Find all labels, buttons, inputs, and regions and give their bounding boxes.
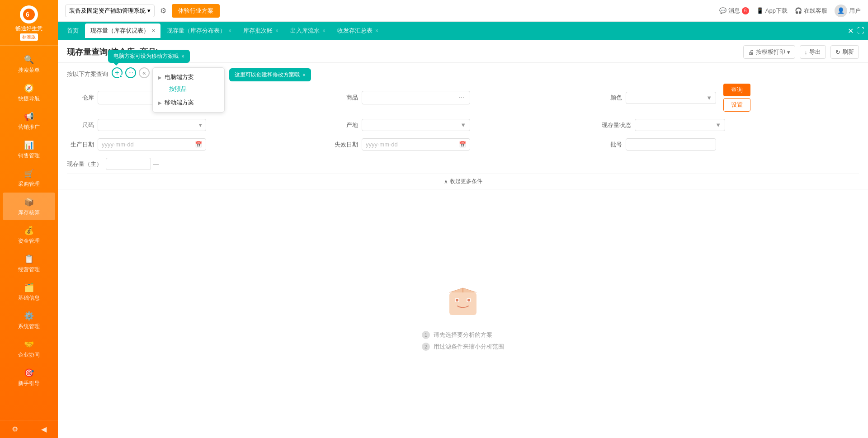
header-right: 💬 消息 6 📱 App下载 🎧 在线客服 👤 用户 xyxy=(719,5,861,17)
online-service-btn[interactable]: 🎧 在线客服 xyxy=(795,7,827,15)
tab-receive-dispatch[interactable]: 收发存汇总表 × xyxy=(332,24,384,38)
industry-btn[interactable]: 体验行业方案 xyxy=(172,4,220,18)
settings-gear-btn[interactable]: ⚙ xyxy=(160,6,166,15)
dot-indicator xyxy=(119,75,123,78)
refresh-btn[interactable]: ↻ 刷新 xyxy=(830,45,859,59)
expiry-date-label: 失效日期 xyxy=(331,141,358,149)
online-service-label: 在线客服 xyxy=(804,7,827,15)
search-btn[interactable]: 查询 xyxy=(723,84,750,96)
logo-icon: 6 xyxy=(20,5,38,24)
sidebar-item-purchase[interactable]: 🛒 采购管理 xyxy=(3,164,55,192)
batch-label: 批号 xyxy=(595,141,622,149)
tab-close-icon[interactable]: × xyxy=(322,28,326,34)
production-date-field: 生产日期 yyyy-mm-dd 📅 xyxy=(67,138,331,151)
tab-inventory-distribution[interactable]: 现存量（库存分布表） × xyxy=(161,24,237,38)
product-field: 商品 ··· xyxy=(331,84,595,112)
tab-close-icon[interactable]: × xyxy=(375,28,378,34)
stock-status-chevron-icon[interactable]: ▼ xyxy=(715,122,721,128)
guide-icon: 🧭 xyxy=(24,83,34,93)
tab-batch-ledger[interactable]: 库存批次账 × xyxy=(238,24,284,38)
color-select[interactable]: ▼ xyxy=(626,92,716,104)
reset-btn[interactable]: 设置 xyxy=(723,98,750,112)
sidebar-item-newbie[interactable]: 🎯 新手引导 xyxy=(3,363,55,391)
stock-status-select[interactable]: ▼ xyxy=(635,119,725,131)
export-btn[interactable]: ↓ 导出 xyxy=(800,45,826,59)
phone-icon: 📱 xyxy=(756,7,764,14)
origin-select[interactable]: ▼ xyxy=(362,119,470,131)
origin-chevron-icon[interactable]: ▼ xyxy=(460,122,466,128)
product-select[interactable]: ··· xyxy=(362,91,470,104)
tab-home[interactable]: 首页 xyxy=(61,24,84,38)
print-icon: 🖨 xyxy=(748,49,754,56)
collapse-sidebar-btn[interactable]: ◀ xyxy=(41,425,47,433)
tab-close-icon[interactable]: × xyxy=(152,28,155,34)
stock-status-field: 现存量状态 ▼ xyxy=(595,119,859,131)
batch-input[interactable] xyxy=(626,138,716,151)
system-name-select[interactable]: 装备及固定资产辅助管理系统 ▾ xyxy=(65,5,155,17)
print-btn[interactable]: 🖨 按模板打印 ▾ xyxy=(743,45,795,59)
mobile-scheme-group[interactable]: ▶ 移动端方案 xyxy=(153,97,224,108)
scheme-item-按照品[interactable]: 按照品 xyxy=(164,83,224,95)
notifications-btn[interactable]: 💬 消息 6 xyxy=(719,7,749,15)
sidebar-item-label: 系统管理 xyxy=(18,323,40,330)
expiry-date-placeholder: yyyy-mm-dd xyxy=(366,141,398,148)
sidebar-item-marketing[interactable]: 📢 营销推广 xyxy=(3,107,55,135)
tab-close-icon[interactable]: × xyxy=(228,28,231,34)
size-select[interactable]: ▾ xyxy=(98,119,206,131)
arrow-left-icon: « xyxy=(142,69,146,76)
production-date-placeholder: yyyy-mm-dd xyxy=(102,141,134,148)
page-wrapper: 现存量查询(按仓库+商品) 🖨 按模板打印 ▾ ↓ 导出 ↻ 刷新 xyxy=(58,40,868,438)
add-tooltip-close[interactable]: × xyxy=(181,53,184,60)
sidebar-item-finance[interactable]: 💰 资金管理 xyxy=(3,221,55,249)
tab-close-icon[interactable]: × xyxy=(275,28,278,34)
tab-bar-right: ✕ ⛶ xyxy=(848,27,864,35)
user-menu-btn[interactable]: 👤 用户 xyxy=(835,5,861,17)
sidebar-item-label: 经营管理 xyxy=(18,266,40,273)
sidebar-item-system[interactable]: ⚙️ 系统管理 xyxy=(3,306,55,334)
production-date-input[interactable]: yyyy-mm-dd 📅 xyxy=(98,138,206,151)
more-scheme-btn[interactable]: ⋯ xyxy=(125,67,136,78)
app-download-btn[interactable]: 📱 App下载 xyxy=(756,7,788,15)
close-all-tabs-btn[interactable]: ✕ xyxy=(848,27,854,35)
mobile-scheme-label: 移动端方案 xyxy=(165,99,194,107)
back-scheme-btn[interactable]: « xyxy=(139,67,150,78)
tab-bar: 首页 现存量（库存状况表） × 现存量（库存分布表） × 库存批次账 × 出入库… xyxy=(58,22,868,40)
dots-icon: ⋯ xyxy=(128,70,133,76)
sidebar-item-search[interactable]: 🔍 搜索菜单 xyxy=(3,50,55,78)
sidebar-item-enterprise[interactable]: 🤝 企业协同 xyxy=(3,335,55,363)
size-chevron-icon: ▾ xyxy=(199,122,202,128)
expand-tabs-btn[interactable]: ⛶ xyxy=(857,27,864,35)
sidebar-item-inventory[interactable]: 📦 库存核算 xyxy=(3,193,55,220)
enterprise-icon: 🤝 xyxy=(24,339,34,349)
sidebar: 6 畅通好生意 标准版 🔍 搜索菜单 🧭 快捷导航 📢 营销推广 📊 销售管理 … xyxy=(0,0,58,438)
desktop-scheme-group[interactable]: ▶ 电脑端方案 xyxy=(153,71,224,83)
sidebar-item-basic[interactable]: 🗂️ 基础信息 xyxy=(3,278,55,306)
scheme-tooltip-close[interactable]: × xyxy=(302,72,306,78)
tip-num-1: 1 xyxy=(422,331,430,339)
stock-main-min[interactable] xyxy=(106,158,151,170)
tab-inventory-status[interactable]: 现存量（库存状况表） × xyxy=(85,24,160,38)
add-scheme-btn[interactable]: + 电脑方案可设为移动方案哦 × xyxy=(112,67,123,78)
scheme-tree-panel: ▶ 电脑端方案 按照品 ▶ 移动端方案 xyxy=(152,67,225,113)
sidebar-item-sales[interactable]: 📊 销售管理 xyxy=(3,136,55,163)
header-left: 装备及固定资产辅助管理系统 ▾ ⚙ 体验行业方案 xyxy=(65,4,220,18)
product-dots[interactable]: ··· xyxy=(457,94,466,102)
chevron-down-icon: ▾ xyxy=(147,7,151,14)
collapse-btn[interactable]: ∧ 收起更多条件 xyxy=(67,174,859,189)
product-label: 商品 xyxy=(331,94,358,102)
content-area: 现存量查询(按仓库+商品) 🖨 按模板打印 ▾ ↓ 导出 ↻ 刷新 xyxy=(58,40,868,438)
sidebar-item-guide[interactable]: 🧭 快捷导航 xyxy=(3,79,55,106)
sidebar-item-operations[interactable]: 📋 经营管理 xyxy=(3,250,55,277)
sidebar-footer: ⚙ ◀ xyxy=(0,420,58,438)
filter-label: 按以下方案查询 xyxy=(67,67,108,78)
color-chevron-icon[interactable]: ▼ xyxy=(706,94,712,101)
search-icon: 🔍 xyxy=(24,55,34,65)
tab-inout-flow[interactable]: 出入库流水 × xyxy=(285,24,331,38)
filter-section: 按以下方案查询 + 电脑方案可设为移动方案哦 × xyxy=(58,63,868,189)
range-sep: — xyxy=(153,160,159,167)
service-icon: 🎧 xyxy=(795,7,802,14)
refresh-label: 刷新 xyxy=(842,48,854,56)
settings-footer-btn[interactable]: ⚙ xyxy=(12,425,18,433)
sidebar-item-label: 搜索菜单 xyxy=(18,66,40,74)
expiry-date-input[interactable]: yyyy-mm-dd 📅 xyxy=(362,138,470,151)
